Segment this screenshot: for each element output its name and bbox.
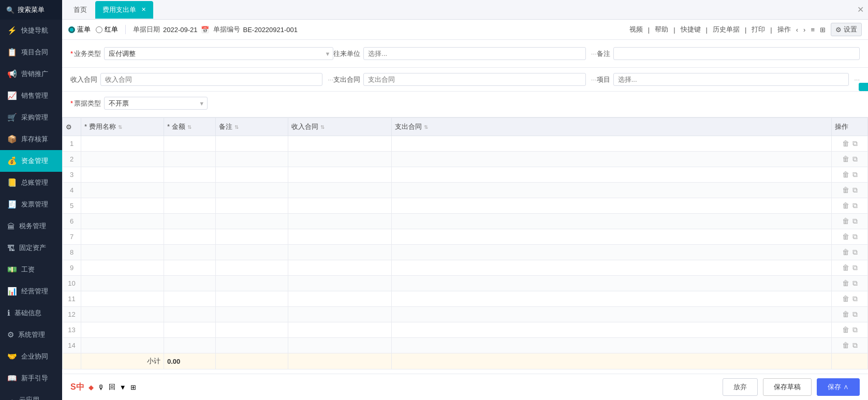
amount-cell-3[interactable] xyxy=(164,167,216,183)
expense-name-cell-13[interactable] xyxy=(81,322,164,338)
expense-name-cell-10[interactable] xyxy=(81,276,164,291)
sidebar-item-enterprise-coop[interactable]: 🤝企业协同 xyxy=(0,346,62,367)
sidebar-item-salary[interactable]: 💵工资 xyxy=(0,259,62,280)
expense-name-cell-5[interactable] xyxy=(81,198,164,214)
expense-name-cell-2[interactable] xyxy=(81,152,164,167)
copy-row-9-icon[interactable]: ⧉ xyxy=(852,263,858,272)
th-setting[interactable]: ⚙ xyxy=(63,118,81,136)
sidebar-item-fixed-assets[interactable]: 🏗固定资产 xyxy=(0,237,62,259)
copy-row-6-icon[interactable]: ⧉ xyxy=(852,217,858,226)
counterpart-input[interactable] xyxy=(363,47,585,60)
copy-row-4-icon[interactable]: ⧉ xyxy=(852,186,858,195)
red-radio-label[interactable]: 红单 xyxy=(96,25,118,34)
sidebar-item-project-contract[interactable]: 📋项目合同 xyxy=(0,41,62,63)
copy-row-11-icon[interactable]: ⧉ xyxy=(852,294,858,303)
expense-name-cell-11[interactable] xyxy=(81,291,164,307)
expense-name-cell-9[interactable] xyxy=(81,260,164,276)
sidebar-item-purchase-mgmt[interactable]: 🛒采购管理 xyxy=(0,107,62,128)
tab-home[interactable]: 首页 xyxy=(66,1,94,19)
income-contract-cell-10[interactable] xyxy=(288,276,392,291)
expense-contract-cell-1[interactable] xyxy=(392,136,832,152)
th-remark[interactable]: 备注 ⇅ xyxy=(216,118,288,136)
copy-row-5-icon[interactable]: ⧉ xyxy=(852,201,858,210)
remark-cell-9[interactable] xyxy=(216,260,288,276)
expense-contract-cell-6[interactable] xyxy=(392,214,832,229)
expense-contract-cell-4[interactable] xyxy=(392,183,832,198)
remark-cell-6[interactable] xyxy=(216,214,288,229)
expense-contract-cell-11[interactable] xyxy=(392,291,832,307)
shortcut-btn[interactable]: 快捷键 xyxy=(681,25,701,34)
copy-row-8-icon[interactable]: ⧉ xyxy=(852,248,858,257)
sort-income-icon[interactable]: ⇅ xyxy=(320,124,325,130)
expense-contract-cell-3[interactable] xyxy=(392,167,832,183)
diamond-icon[interactable]: ◆ xyxy=(89,383,94,391)
counterpart-more-btn[interactable]: ··· xyxy=(591,50,597,57)
delete-row-13-icon[interactable]: 🗑 xyxy=(842,325,849,334)
income-contract-cell-6[interactable] xyxy=(288,214,392,229)
sidebar-item-system-mgmt[interactable]: ⚙系统管理 xyxy=(0,324,62,346)
remark-cell-14[interactable] xyxy=(216,338,288,353)
blue-radio-label[interactable]: 蓝单 xyxy=(68,25,91,34)
income-contract-cell-9[interactable] xyxy=(288,260,392,276)
nav-right-btn[interactable]: › xyxy=(803,26,805,34)
expense-contract-cell-12[interactable] xyxy=(392,307,832,322)
delete-row-12-icon[interactable]: 🗑 xyxy=(842,310,849,319)
remark-cell-10[interactable] xyxy=(216,276,288,291)
expense-name-cell-8[interactable] xyxy=(81,245,164,260)
copy-row-2-icon[interactable]: ⧉ xyxy=(852,155,858,164)
expense-contract-cell-13[interactable] xyxy=(392,322,832,338)
expense-contract-cell-2[interactable] xyxy=(392,152,832,167)
sidebar-item-basic-info[interactable]: ℹ基础信息 xyxy=(0,302,62,324)
expense-name-cell-14[interactable] xyxy=(81,338,164,353)
copy-row-1-icon[interactable]: ⧉ xyxy=(852,139,858,148)
expense-name-cell-3[interactable] xyxy=(81,167,164,183)
income-contract-cell-14[interactable] xyxy=(288,338,392,353)
delete-row-3-icon[interactable]: 🗑 xyxy=(842,170,849,179)
income-contract-cell-3[interactable] xyxy=(288,167,392,183)
expense-contract-input[interactable] xyxy=(363,73,585,86)
save-draft-button[interactable]: 保存草稿 xyxy=(763,378,812,396)
amount-cell-14[interactable] xyxy=(164,338,216,353)
expense-name-cell-7[interactable] xyxy=(81,229,164,245)
mic-icon[interactable]: 🎙 xyxy=(98,383,105,391)
amount-cell-9[interactable] xyxy=(164,260,216,276)
delete-row-6-icon[interactable]: 🗑 xyxy=(842,217,849,226)
expense-contract-cell-7[interactable] xyxy=(392,229,832,245)
expense-name-cell-1[interactable] xyxy=(81,136,164,152)
expense-name-cell-4[interactable] xyxy=(81,183,164,198)
amount-cell-2[interactable] xyxy=(164,152,216,167)
remark-cell-3[interactable] xyxy=(216,167,288,183)
list-view-icon[interactable]: ≡ xyxy=(811,26,815,34)
th-amount[interactable]: * 金额 ⇅ xyxy=(164,118,216,136)
s-icon[interactable]: S中 xyxy=(70,382,84,393)
settings-btn[interactable]: ⚙ 设置 xyxy=(831,23,862,36)
delete-row-9-icon[interactable]: 🗑 xyxy=(842,263,849,272)
biz-type-select[interactable]: 应付调整 xyxy=(104,47,333,60)
tab-expense-voucher[interactable]: 费用支出单 ✕ xyxy=(95,1,153,19)
help-btn[interactable]: 帮助 xyxy=(655,25,668,34)
delete-row-8-icon[interactable]: 🗑 xyxy=(842,248,849,257)
amount-cell-5[interactable] xyxy=(164,198,216,214)
delete-row-5-icon[interactable]: 🗑 xyxy=(842,201,849,210)
th-expense-name[interactable]: * 费用名称 ⇅ xyxy=(81,118,164,136)
amount-cell-4[interactable] xyxy=(164,183,216,198)
income-contract-input[interactable] xyxy=(100,73,322,86)
sidebar-item-tax-mgmt[interactable]: 🏛税务管理 xyxy=(0,215,62,237)
amount-cell-1[interactable] xyxy=(164,136,216,152)
income-contract-cell-13[interactable] xyxy=(288,322,392,338)
grid-icon[interactable]: ⊞ xyxy=(130,383,136,391)
remark-cell-8[interactable] xyxy=(216,245,288,260)
sidebar-item-marketing[interactable]: 📢营销推广 xyxy=(0,63,62,85)
sidebar-item-inventory[interactable]: 📦库存核算 xyxy=(0,128,62,150)
remark-cell-7[interactable] xyxy=(216,229,288,245)
sort-expense-icon[interactable]: ⇅ xyxy=(424,124,428,130)
copy-row-7-icon[interactable]: ⧉ xyxy=(852,232,858,241)
delete-row-4-icon[interactable]: 🗑 xyxy=(842,186,849,195)
operation-btn[interactable]: 操作 xyxy=(777,25,791,34)
income-contract-more-btn[interactable]: ··· xyxy=(328,76,333,83)
delete-row-14-icon[interactable]: 🗑 xyxy=(842,341,849,350)
video-btn[interactable]: 视频 xyxy=(629,25,643,34)
discard-button[interactable]: 放弃 xyxy=(723,378,758,396)
income-contract-cell-2[interactable] xyxy=(288,152,392,167)
expense-contract-cell-14[interactable] xyxy=(392,338,832,353)
